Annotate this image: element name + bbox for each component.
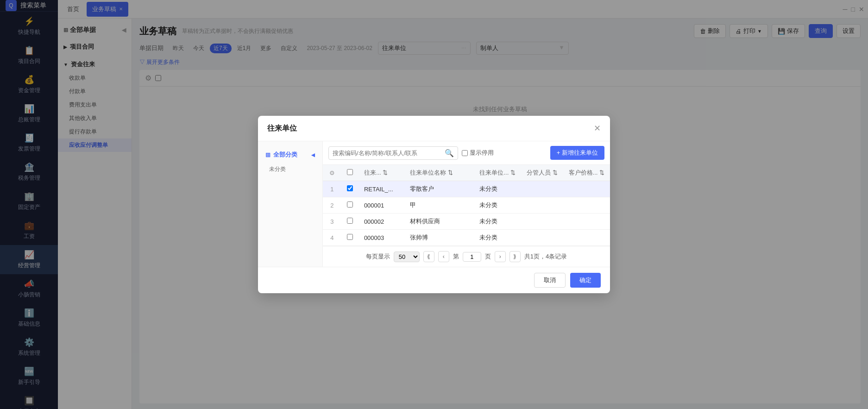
row-class: 未分类 (474, 214, 521, 230)
row-check[interactable] (341, 214, 359, 230)
row-name: 甲 (404, 197, 474, 214)
row-index: 4 (323, 230, 341, 246)
show-disabled-checkbox-label[interactable]: 显示停用 (462, 149, 494, 157)
row-index: 2 (323, 197, 341, 214)
row-class: 未分类 (474, 230, 521, 246)
new-partner-button[interactable]: + 新增往来单位 (550, 146, 604, 160)
dialog-toolbar: 🔍 显示停用 + 新增往来单位 (323, 141, 610, 165)
dialog-body: ⊞ 全部分类 ◀ 未分类 🔍 显示停用 (258, 141, 610, 267)
row-index: 1 (323, 181, 341, 197)
table-header-row: ⚙ 往来... ⇅ 往来单位名称 ⇅ 往来单位... ⇅ 分管人员 ⇅ 客户价格… (323, 165, 610, 181)
search-icon[interactable]: 🔍 (445, 149, 454, 157)
dialog-close-button[interactable]: ✕ (594, 123, 601, 133)
page-size-label: 每页显示 (366, 252, 390, 261)
last-page-button[interactable]: ⟫ (509, 251, 521, 262)
dialog-footer: 取消 确定 (258, 267, 610, 293)
row-name: 零散客户 (404, 181, 474, 197)
dialog-title: 往来单位 (267, 124, 297, 133)
dialog-table: ⚙ 往来... ⇅ 往来单位名称 ⇅ 往来单位... ⇅ 分管人员 ⇅ 客户价格… (323, 165, 610, 246)
th-person[interactable]: 分管人员 ⇅ (521, 165, 563, 181)
th-settings[interactable]: ⚙ (323, 165, 341, 181)
page-number-input[interactable] (463, 252, 481, 262)
row-person (521, 181, 563, 197)
table-row[interactable]: 1 RETAIL_... 零散客户 未分类 (323, 181, 610, 197)
row-index: 3 (323, 214, 341, 230)
total-info: 共1页，4条记录 (524, 252, 567, 261)
table-select-all[interactable] (347, 169, 353, 175)
partner-dialog: 往来单位 ✕ ⊞ 全部分类 ◀ 未分类 (258, 116, 610, 293)
first-page-button[interactable]: ⟪ (423, 251, 434, 262)
row-price (563, 181, 610, 197)
row-code: 000002 (359, 214, 405, 230)
search-box: 🔍 (328, 146, 458, 160)
row-class: 未分类 (474, 197, 521, 214)
row-check[interactable] (341, 181, 359, 197)
category-grid-icon: ⊞ (265, 151, 270, 158)
row-name: 张帅博 (404, 230, 474, 246)
table-row[interactable]: 2 000001 甲 未分类 (323, 197, 610, 214)
dialog-overlay[interactable]: 往来单位 ✕ ⊞ 全部分类 ◀ 未分类 (0, 0, 868, 409)
category-unclassified[interactable]: 未分类 (258, 163, 322, 176)
row-class: 未分类 (474, 181, 521, 197)
row-person (521, 197, 563, 214)
row-person (521, 230, 563, 246)
page-label: 页 (485, 252, 491, 261)
search-input[interactable] (333, 150, 442, 157)
th-check[interactable] (341, 165, 359, 181)
page-number-label: 第 (453, 252, 459, 261)
th-name[interactable]: 往来单位名称 ⇅ (404, 165, 474, 181)
th-price[interactable]: 客户价格... ⇅ (563, 165, 610, 181)
row-person (521, 214, 563, 230)
table-row[interactable]: 3 000002 材料供应商 未分类 (323, 214, 610, 230)
page-size-select[interactable]: 50 100 (394, 252, 420, 262)
row-code: 000001 (359, 197, 405, 214)
confirm-button[interactable]: 确定 (570, 273, 601, 288)
category-collapse-icon[interactable]: ◀ (311, 152, 315, 157)
dialog-right: 🔍 显示停用 + 新增往来单位 ⚙ (323, 141, 610, 267)
category-all-header[interactable]: ⊞ 全部分类 ◀ (258, 147, 322, 163)
dialog-categories: ⊞ 全部分类 ◀ 未分类 (258, 141, 323, 267)
next-page-button[interactable]: › (495, 251, 506, 262)
prev-page-button[interactable]: ‹ (438, 251, 449, 262)
th-code[interactable]: 往来... ⇅ (359, 165, 405, 181)
row-check[interactable] (341, 197, 359, 214)
row-price (563, 214, 610, 230)
row-code: RETAIL_... (359, 181, 405, 197)
row-price (563, 197, 610, 214)
row-name: 材料供应商 (404, 214, 474, 230)
cancel-button[interactable]: 取消 (534, 273, 566, 288)
row-check[interactable] (341, 230, 359, 246)
row-price (563, 230, 610, 246)
show-disabled-checkbox[interactable] (462, 150, 468, 156)
row-code: 000003 (359, 230, 405, 246)
th-class[interactable]: 往来单位... ⇅ (474, 165, 521, 181)
dialog-header: 往来单位 ✕ (258, 116, 610, 141)
table-row[interactable]: 4 000003 张帅博 未分类 (323, 230, 610, 246)
dialog-pagination: 每页显示 50 100 ⟪ ‹ 第 页 › ⟫ 共1页，4条记录 (323, 246, 610, 267)
